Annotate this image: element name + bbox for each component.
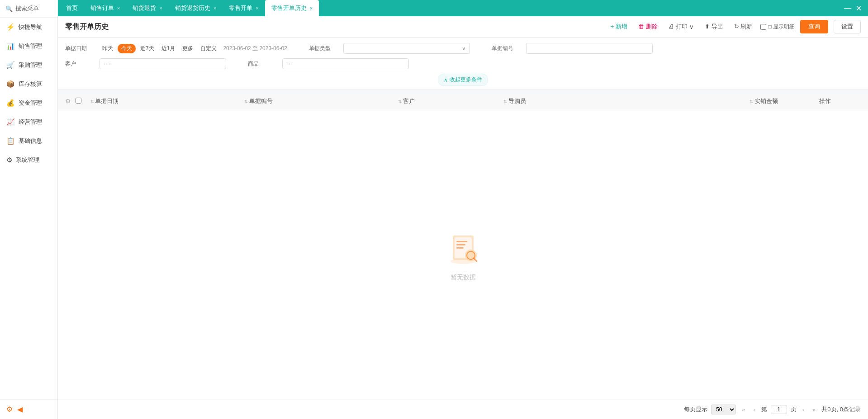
empty-illustration [443,227,484,268]
sidebar-item-sys-mgmt[interactable]: ⚙系统管理 [0,151,57,169]
query-button[interactable]: 查询 [800,20,828,33]
show-detail-input[interactable] [760,24,766,30]
current-page-input[interactable] [771,405,787,414]
sidebar-label-inventory: 库存核算 [19,80,42,88]
product-input[interactable]: ··· [282,58,409,69]
prev-page-btn[interactable]: ‹ [751,405,757,414]
table-header-no: ⇅ 单据编号 [240,94,394,109]
toolbar: 零售开单历史 + 新增 🗑 删除 🖨 打印 ∨ ⬆ 导出 ↻ 刷新 □ 显示明细… [58,16,868,38]
tab-close-sales-order[interactable]: × [117,5,120,11]
per-page-select[interactable]: 50 10 20 100 [711,405,736,414]
tab-close-sales-return[interactable]: × [159,5,162,11]
sidebar-label-finance: 资金管理 [19,99,42,107]
last-page-btn[interactable]: » [810,405,818,414]
sort-icon-amount: ⇅ [749,99,754,104]
tab-bar: 首页销售订单×销货退货×销货退货历史×零售开单×零售开单历史× — ✕ [58,0,868,16]
first-page-btn[interactable]: « [740,405,747,414]
doc-type-select[interactable]: ∨ [343,43,470,54]
date-btn-more[interactable]: 更多 [180,44,196,53]
window-min-btn[interactable]: — [844,4,851,12]
tab-label-sales-return-history: 销货退货历史 [175,4,210,12]
sidebar-label-sales-mgmt: 销售管理 [19,42,42,50]
sidebar-gear-icon[interactable]: ⚙ [6,405,13,414]
sidebar-item-basic-info[interactable]: 📋基础信息 [0,132,57,151]
sidebar-icon-basic-info: 📋 [6,137,15,145]
sidebar-collapse-icon[interactable]: ◀ [17,405,23,414]
sidebar-label-quick-nav: 快捷导航 [19,23,42,31]
empty-text: 暂无数据 [451,273,476,282]
export-button[interactable]: ⬆ 导出 [702,21,726,33]
collapse-button[interactable]: ∧ 收起更多条件 [438,74,488,86]
tab-sales-return-history[interactable]: 销货退货历史× [169,0,223,16]
sidebar-item-sales-mgmt[interactable]: 📊销售管理 [0,37,57,56]
tab-label-home: 首页 [66,4,78,12]
svg-rect-5 [456,247,464,249]
table-header-row: ⚙ ⇅ 单据日期 ⇅ 单据编号 [58,94,868,109]
sidebar-label-operations: 经营管理 [19,118,42,126]
content-area: 零售开单历史 + 新增 🗑 删除 🖨 打印 ∨ ⬆ 导出 ↻ 刷新 □ 显示明细… [58,16,868,419]
date-btn-yesterday[interactable]: 昨天 [100,44,116,53]
sidebar-item-operations[interactable]: 📈经营管理 [0,113,57,132]
sidebar-icon-quick-nav: ⚡ [6,23,15,31]
sidebar-item-purchase-mgmt[interactable]: 🛒采购管理 [0,56,57,75]
doc-no-input[interactable] [526,43,653,54]
select-all-checkbox[interactable] [76,98,81,104]
table-header-guide: ⇅ 导购员 [499,94,629,109]
sidebar: 🔍 搜索采单 ⚡快捷导航📊销售管理🛒采购管理📦库存核算💰资金管理📈经营管理📋基础… [0,0,58,419]
sort-icon-guide: ⇅ [503,99,508,104]
refresh-button[interactable]: ↻ 刷新 [731,21,755,33]
toolbar-actions: + 新增 🗑 删除 🖨 打印 ∨ ⬆ 导出 ↻ 刷新 □ 显示明细 查询 设置 [608,20,861,33]
tab-label-retail-open-history: 零售开单历史 [271,4,307,12]
pagination: 每页显示 50 10 20 100 « ‹ 第 页 › » 共0页, 0条记录 [58,400,868,419]
date-btn-last-month[interactable]: 近1月 [159,44,178,53]
tab-sales-order[interactable]: 销售订单× [84,0,126,16]
sidebar-icon-sys-mgmt: ⚙ [6,156,12,164]
print-arrow: ∨ [689,24,694,30]
main-area: 首页销售订单×销货退货×销货退货历史×零售开单×零售开单历史× — ✕ 零售开单… [58,0,868,419]
sidebar-icon-finance: 💰 [6,99,15,107]
tab-close-sales-return-history[interactable]: × [213,5,216,11]
collapse-label: 收起更多条件 [450,76,482,84]
next-page-btn[interactable]: › [800,405,806,414]
page-summary: 共0页, 0条记录 [821,405,861,414]
tab-retail-open[interactable]: 零售开单× [223,0,265,16]
doc-type-label: 单据类型 [309,45,336,52]
show-detail-label: □ 显示明细 [768,23,795,31]
page-label-end: 页 [791,405,797,414]
add-button[interactable]: + 新增 [608,21,630,33]
print-button[interactable]: 🖨 打印 ∨ [666,21,697,33]
window-close-btn[interactable]: ✕ [856,4,862,13]
tab-close-retail-open[interactable]: × [256,5,258,11]
sidebar-search[interactable]: 🔍 搜索采单 [0,0,57,18]
sidebar-item-quick-nav[interactable]: ⚡快捷导航 [0,18,57,37]
svg-rect-3 [456,241,467,242]
setting-button[interactable]: 设置 [834,20,861,33]
tab-close-retail-open-history[interactable]: × [310,5,313,11]
date-btn-custom[interactable]: 自定义 [198,44,219,53]
empty-state: 暂无数据 [58,109,868,400]
customer-input[interactable]: ··· [100,58,226,69]
sidebar-label-sys-mgmt: 系统管理 [16,156,39,164]
product-dots: ··· [286,61,294,67]
table-header-date: ⇅ 单据日期 [86,94,240,109]
tab-label-sales-return: 销货退货 [133,4,156,12]
sidebar-label-basic-info: 基础信息 [19,137,42,145]
show-detail-checkbox[interactable]: □ 显示明细 [760,23,795,31]
filter-row-1: 单据日期 昨天 今天 近7天 近1月 更多 自定义 2023-06-02 至 2… [65,43,861,54]
date-btn-last7[interactable]: 近7天 [138,44,157,53]
delete-button[interactable]: 🗑 删除 [636,21,660,33]
tab-home[interactable]: 首页 [60,0,84,16]
sort-icon-date: ⇅ [90,99,95,104]
sidebar-item-finance[interactable]: 💰资金管理 [0,94,57,113]
customer-label: 客户 [65,60,92,68]
table-header-customer: ⇅ 客户 [394,94,499,109]
sidebar-icon-operations: 📈 [6,118,15,126]
tab-retail-open-history[interactable]: 零售开单历史× [265,0,319,16]
table-settings-icon[interactable]: ⚙ [62,97,74,106]
sidebar-search-label: 搜索采单 [15,5,39,13]
sidebar-item-inventory[interactable]: 📦库存核算 [0,75,57,94]
tab-sales-return[interactable]: 销货退货× [126,0,168,16]
date-btn-today[interactable]: 今天 [118,44,136,53]
date-range-text: 2023-06-02 至 2023-06-02 [223,45,287,52]
page-label: 第 [761,405,767,414]
